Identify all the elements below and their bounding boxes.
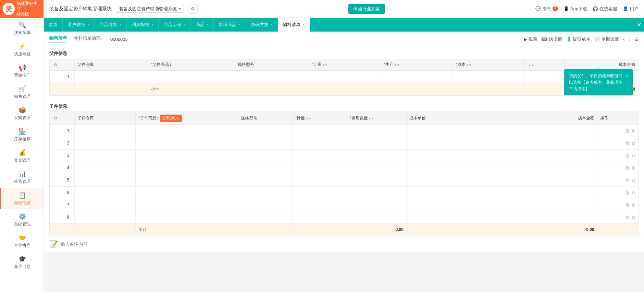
copy-icon-7[interactable]: ⧉: [632, 202, 635, 208]
delete-icon-8[interactable]: 🗑: [625, 214, 630, 220]
tab-customer-close[interactable]: ×: [87, 23, 89, 27]
sidebar-item-enterprise[interactable]: 🤝 企业协同: [0, 231, 44, 252]
child-row1-warehouse[interactable]: [74, 125, 136, 137]
doc-settings-icon: 📄: [595, 37, 600, 42]
sidebar-item-operations[interactable]: 📊 经营管理: [0, 167, 44, 188]
delete-icon-1[interactable]: 🗑: [625, 128, 630, 133]
prev-button[interactable]: ‹: [623, 37, 624, 42]
child-row1-goods[interactable]: [136, 125, 238, 137]
child-row1-spec[interactable]: [238, 125, 292, 137]
tab-bom[interactable]: 物料清单 ×: [278, 18, 310, 32]
online-service-button[interactable]: 🎧 在线客服: [593, 6, 617, 12]
search-icon: 🔍: [18, 21, 26, 29]
sidebar-item-search[interactable]: 🔍 搜索菜单: [0, 18, 44, 39]
page-tab-bom[interactable]: 物料清单: [49, 35, 67, 43]
enterprise-icon: 🤝: [18, 234, 26, 242]
scan-button[interactable]: 扫码录入: [160, 115, 182, 122]
child-table-row: 1 🗑⧉: [50, 125, 638, 137]
user-avatar[interactable]: 👤 用户: [623, 6, 639, 12]
tab-ops-status-close[interactable]: ×: [119, 23, 121, 27]
child-row2-cost-price[interactable]: [406, 137, 461, 149]
tab-new-goods-close[interactable]: ×: [238, 23, 240, 27]
parent-subtotal-empty4: [235, 83, 309, 95]
tab-ops-history-close[interactable]: ×: [183, 23, 185, 27]
copy-icon-3[interactable]: ⧉: [632, 153, 635, 159]
delete-icon-4[interactable]: 🗑: [625, 165, 630, 171]
child-row2-warehouse[interactable]: [74, 137, 136, 149]
tab-ops-history[interactable]: 经营历程 ×: [159, 18, 190, 32]
tab-profit-report-close[interactable]: ×: [151, 23, 153, 27]
nav-tabs-more[interactable]: ✕: [634, 22, 644, 28]
topbar-left: 装备及固定资产辅助管理系统 装备及固定资产辅助管理系统 ⚙: [49, 4, 198, 14]
copy-icon-5[interactable]: ⧉: [632, 177, 635, 183]
tab-goods[interactable]: 商品 ×: [191, 18, 214, 32]
child-row2-goods[interactable]: [136, 137, 238, 149]
message-button[interactable]: 💬 消息 6: [535, 6, 558, 12]
child-col-cost-amount: 成本金额: [461, 112, 597, 125]
child-row1-cost-price[interactable]: [406, 125, 461, 137]
sidebar-item-purchase[interactable]: 📦 采购管理: [0, 103, 44, 124]
child-row2-unit[interactable]: [292, 137, 347, 149]
tab-new-goods[interactable]: 新增商品 ×: [214, 18, 246, 32]
delete-icon-6[interactable]: 🗑: [625, 190, 630, 195]
child-row2-qty[interactable]: [347, 137, 406, 149]
parent-col-warehouse: 父件仓库: [74, 59, 148, 71]
tab-barcode-close[interactable]: ×: [271, 23, 273, 27]
child-row1-unit[interactable]: [292, 125, 347, 137]
sidebar-item-guide[interactable]: 🎓 新手引导: [0, 252, 44, 273]
content-area: 物料清单 物料清单编码 0000005 ▶ 视频 ⌨ 快捷键 💲 提取成本: [44, 32, 644, 292]
delete-icon-5[interactable]: 🗑: [625, 177, 630, 183]
child-row1-qty[interactable]: [347, 125, 406, 137]
tooltip-close-button[interactable]: ×: [626, 73, 628, 79]
tab-bom-close[interactable]: ×: [302, 23, 305, 27]
copy-icon-2[interactable]: ⧉: [632, 140, 635, 146]
sidebar-item-finance[interactable]: 💰 资金管理: [0, 145, 44, 167]
inventory-icon: 🏪: [18, 128, 26, 135]
sidebar-item-quick-nav[interactable]: ⚡ 快捷导航: [0, 39, 44, 60]
shortcut-action[interactable]: ⌨ 快捷键: [541, 36, 562, 42]
view-action[interactable]: ▶ 视频: [524, 36, 537, 42]
parent-col-settings[interactable]: ⚙: [50, 59, 62, 71]
parent-row-goods[interactable]: [148, 71, 235, 83]
sidebar-item-basic-info[interactable]: 📋 基础信息: [0, 188, 44, 209]
sidebar-item-inventory[interactable]: 🏪 库存核算: [0, 124, 44, 145]
tab-customer[interactable]: 客户联络 ×: [63, 18, 95, 32]
copy-icon-4[interactable]: ⧉: [632, 165, 635, 171]
sidebar-item-system[interactable]: ⚙️ 系统管理: [0, 209, 44, 231]
settings-gear-button[interactable]: ⚙: [188, 4, 198, 14]
parent-row-warehouse[interactable]: [74, 71, 148, 83]
note-input[interactable]: [61, 242, 639, 247]
parent-row-spec[interactable]: [235, 71, 309, 83]
tab-ops-status[interactable]: 经营情况 ×: [95, 18, 126, 32]
sidebar-item-marketing[interactable]: 📢 营销推广: [0, 60, 44, 82]
delete-icon-2[interactable]: 🗑: [625, 140, 630, 146]
cost-action[interactable]: 💲 提取成本: [566, 36, 591, 42]
delete-icon-3[interactable]: 🗑: [625, 153, 630, 158]
parent-row-unit[interactable]: [309, 71, 381, 83]
main-area: 装备及固定资产辅助管理系统 装备及固定资产辅助管理系统 ⚙ 体验行业方案 💬 消…: [44, 0, 644, 292]
child-col-settings[interactable]: ⚙: [50, 112, 62, 125]
page-tab-bom-code[interactable]: 物料清单编码: [74, 35, 101, 43]
tab-home[interactable]: 首页: [44, 18, 63, 32]
system-select[interactable]: 装备及固定资产辅助管理系统: [116, 5, 184, 13]
copy-icon-8[interactable]: ⧉: [632, 214, 635, 220]
child-table: ⚙ 子件仓库 *子件商品ℹ 扫码录入 规格型号 *计量▲▼ *需用数量▲▼: [50, 112, 638, 236]
app-download-button[interactable]: 📱 App下载: [564, 6, 587, 12]
delete-icon-7[interactable]: 🗑: [625, 202, 630, 208]
copy-icon-1[interactable]: ⧉: [632, 128, 635, 134]
tab-barcode[interactable]: 条码方案 ×: [246, 18, 278, 32]
experience-btn[interactable]: 体验行业方案: [348, 4, 385, 14]
tab-profit-report[interactable]: 利润报告 ×: [127, 18, 159, 32]
child-col-qty: *需用数量▲▼: [347, 112, 406, 125]
next-button[interactable]: ›: [629, 37, 630, 42]
list-view-icon[interactable]: ☰: [634, 37, 639, 42]
copy-icon-6[interactable]: ⧉: [632, 190, 635, 196]
parent-row-production[interactable]: [381, 71, 453, 83]
parent-row-cost[interactable]: [453, 71, 525, 83]
settings-action[interactable]: 📄 单据设置: [595, 36, 619, 42]
note-icon: 📝: [49, 240, 58, 248]
child-row2-spec[interactable]: [238, 137, 292, 149]
tab-goods-close[interactable]: ×: [207, 23, 209, 27]
marketing-icon: 📢: [18, 64, 26, 71]
sidebar-item-sales[interactable]: 🛒 销售管理: [0, 82, 44, 103]
